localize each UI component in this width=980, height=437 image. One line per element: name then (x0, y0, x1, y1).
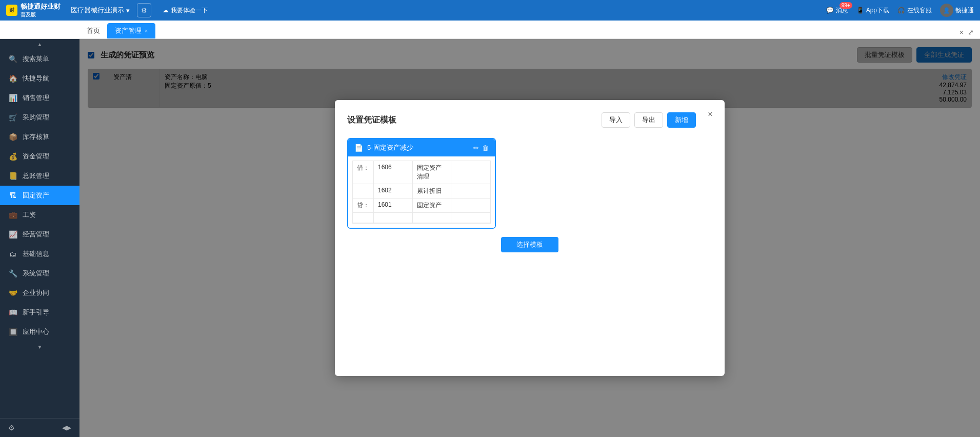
sidebar-item-purchase[interactable]: 🛒 采购管理 (0, 108, 79, 127)
sidebar-settings-icon[interactable]: ⚙ (8, 424, 15, 432)
company-name: 医疗器械行业演示 (71, 6, 124, 15)
operations-icon: 📈 (8, 230, 17, 239)
sidebar-item-inventory[interactable]: 📦 库存核算 (0, 127, 79, 147)
sidebar-item-label: 企业协同 (23, 288, 49, 297)
sidebar-item-label: 采购管理 (23, 113, 49, 122)
fixed-assets-icon: 🏗 (8, 191, 17, 200)
sidebar-item-label: 销售管理 (23, 93, 49, 103)
sidebar-item-search[interactable]: 🔍 搜索菜单 (0, 49, 79, 69)
sidebar-item-label: 总账管理 (23, 171, 49, 181)
grid-cell-side-0: 借： (353, 161, 374, 184)
tabbar-expand-icon[interactable]: ⤢ (968, 28, 974, 36)
app-download-button[interactable]: 📱 App下载 (856, 6, 889, 15)
modal-body: 📄 5-固定资产减少 ✏ 🗑 借： 1606 (347, 138, 712, 364)
tab-assets[interactable]: 资产管理 × (107, 23, 155, 38)
sidebar-item-basic-info[interactable]: 🗂 基础信息 (0, 244, 79, 264)
grid-cell-name-1: 累计折旧 (413, 184, 452, 198)
user-button[interactable]: 👤 畅捷通 (940, 4, 974, 17)
app-icon: 📱 (856, 7, 864, 14)
sidebar-item-cooperation[interactable]: 🤝 企业协同 (0, 283, 79, 303)
guide-icon: 📖 (8, 308, 17, 317)
sidebar-item-funds[interactable]: 💰 资金管理 (0, 147, 79, 166)
sidebar-item-label: 快捷导航 (23, 74, 49, 83)
template-grid: 借： 1606 固定资产清理 1602 累计折旧 贷： (352, 161, 491, 224)
template-card: 📄 5-固定资产减少 ✏ 🗑 借： 1606 (347, 138, 496, 229)
message-button[interactable]: 💬 消息 99+ (826, 6, 848, 15)
template-delete-icon[interactable]: 🗑 (482, 144, 489, 152)
topbar-logo: 财 畅捷通好业财 普及版 (6, 2, 61, 18)
template-header-actions: ✏ 🗑 (473, 144, 489, 152)
sidebar-scroll-up[interactable]: ▲ (0, 39, 79, 49)
sidebar-item-ledger[interactable]: 📒 总账管理 (0, 166, 79, 186)
grid-cell-code-2: 1601 (374, 198, 413, 213)
select-btn-wrap: 选择模板 (347, 237, 712, 252)
grid-cell-code-3 (374, 213, 413, 223)
avatar-icon: 👤 (943, 7, 950, 14)
cooperation-icon: 🤝 (8, 288, 17, 297)
select-template-button[interactable]: 选择模板 (501, 237, 558, 252)
system-icon: 🔧 (8, 269, 17, 278)
new-button[interactable]: 新增 (667, 112, 696, 128)
sidebar-item-guide[interactable]: 📖 新手引导 (0, 303, 79, 322)
sidebar-item-payroll[interactable]: 💼 工资 (0, 205, 79, 225)
sidebar-scroll-down[interactable]: ▼ (0, 342, 79, 352)
tab-home-label: 首页 (87, 26, 100, 35)
message-badge: 99+ (839, 2, 852, 9)
topbar-right: 💬 消息 99+ 📱 App下载 🎧 在线客服 👤 畅捷通 (826, 4, 974, 17)
grid-cell-name-2: 固定资产 (413, 198, 452, 213)
grid-cell-col4-0 (451, 161, 490, 184)
modal-overlay: 设置凭证模板 导入 导出 新增 × 📄 5-固定资产减少 (79, 39, 980, 437)
sidebar-item-quick-nav[interactable]: 🏠 快捷导航 (0, 69, 79, 88)
sidebar-item-system[interactable]: 🔧 系统管理 (0, 264, 79, 283)
settings-icon[interactable]: ⚙ (137, 3, 151, 17)
service-button[interactable]: 🎧 在线客服 (897, 6, 932, 15)
sidebar-item-label: 固定资产 (23, 191, 49, 200)
grid-cell-name-3 (413, 213, 452, 223)
dropdown-icon: ▾ (126, 7, 130, 14)
basic-info-icon: 🗂 (8, 249, 17, 259)
grid-cell-code-0: 1606 (374, 161, 413, 184)
company-selector[interactable]: 医疗器械行业演示 ▾ (71, 6, 130, 15)
template-card-header: 📄 5-固定资产减少 ✏ 🗑 (348, 139, 495, 156)
modal-title: 设置凭证模板 (347, 115, 602, 126)
sidebar-item-fixed-assets[interactable]: 🏗 固定资产 (0, 186, 79, 205)
sidebar-item-app-center[interactable]: 🔲 应用中心 (0, 322, 79, 342)
sales-icon: 📊 (8, 93, 17, 103)
template-edit-icon[interactable]: ✏ (473, 144, 479, 152)
grid-cell-side-2: 贷： (353, 198, 374, 213)
template-card-body: 借： 1606 固定资产清理 1602 累计折旧 贷： (348, 156, 495, 228)
sidebar-bottom: ⚙ ◀▶ (0, 418, 79, 437)
funds-icon: 💰 (8, 152, 17, 161)
purchase-icon: 🛒 (8, 113, 17, 122)
topbar: 财 畅捷通好业财 普及版 医疗器械行业演示 ▾ ⚙ ☁ 我要体验一下 💬 消息 … (0, 0, 980, 21)
app-center-icon: 🔲 (8, 327, 17, 336)
sidebar-collapse-icon[interactable]: ◀▶ (62, 424, 71, 431)
template-header-icon: 📄 (354, 144, 363, 152)
sidebar-item-sales[interactable]: 📊 销售管理 (0, 88, 79, 108)
sidebar-item-label: 工资 (23, 210, 36, 220)
sidebar-item-label: 资金管理 (23, 152, 49, 161)
logo-sub: 普及版 (21, 11, 61, 18)
template-title: 5-固定资产减少 (367, 143, 469, 152)
sidebar-item-label: 搜索菜单 (23, 54, 49, 64)
content-area: 生成的凭证预览 批量凭证模板 全部生成凭证 资产清 资产名称 (79, 39, 980, 437)
modal-close-icon[interactable]: × (704, 108, 716, 121)
tab-close-icon[interactable]: × (145, 28, 148, 34)
main-layout: ▲ 🔍 搜索菜单 🏠 快捷导航 📊 销售管理 🛒 采购管理 📦 库存核算 💰 资… (0, 39, 980, 437)
headset-icon: 🎧 (897, 7, 905, 14)
inventory-icon: 📦 (8, 132, 17, 142)
tab-home[interactable]: 首页 (79, 23, 107, 38)
ledger-icon: 📒 (8, 171, 17, 181)
experience-button[interactable]: ☁ 我要体验一下 (163, 6, 208, 15)
tabbar-close-icon[interactable]: × (959, 28, 964, 36)
search-icon: 🔍 (8, 54, 17, 64)
home-icon: 🏠 (8, 74, 17, 83)
sidebar-item-operations[interactable]: 📈 经营管理 (0, 225, 79, 244)
export-button[interactable]: 导出 (634, 112, 663, 128)
modal-header: 设置凭证模板 导入 导出 新增 × (347, 112, 712, 128)
grid-cell-side-1 (353, 184, 374, 198)
tabbar-controls: × ⤢ (959, 28, 980, 38)
import-button[interactable]: 导入 (602, 112, 630, 128)
set-voucher-template-modal: 设置凭证模板 导入 导出 新增 × 📄 5-固定资产减少 (335, 100, 725, 376)
tab-assets-label: 资产管理 (115, 26, 142, 35)
